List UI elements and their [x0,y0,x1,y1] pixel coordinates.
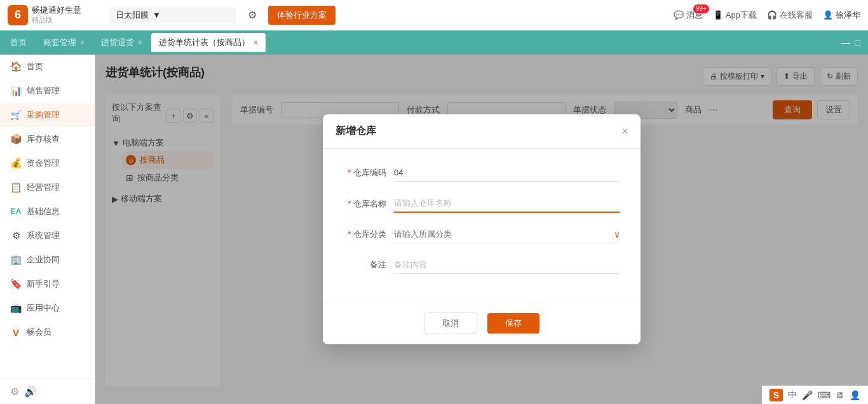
app-download-button[interactable]: 📱 App下载 [713,10,757,21]
trial-button[interactable]: 体验行业方案 [268,6,336,25]
tab-purchase-return-close-icon[interactable]: × [138,38,142,47]
modal-title: 新增仓库 [336,125,376,138]
tab-purchase-stats-label: 进货单统计表（按商品） [159,37,250,48]
purchase-icon: 🛒 [10,109,22,121]
tab-purchase-return[interactable]: 进货退货 × [93,33,150,52]
tab-account[interactable]: 账套管理 × [36,33,92,52]
tab-controls: — □ [841,37,865,48]
search-text: 日太阳膜 [116,10,149,21]
user-bottom-icon[interactable]: 👤 [850,390,860,400]
code-label: 仓库编码 [343,167,394,178]
sidebar-item-home-label: 首页 [27,61,43,72]
sidebar-item-enterprise-label: 企业协同 [27,254,60,266]
sidebar-item-guide-label: 新手引导 [27,278,60,290]
category-select-wrap: ∨ [394,226,620,243]
form-row-name: 仓库名称 [343,194,620,213]
modal-footer: 取消 保存 [323,302,641,344]
sidebar-item-sales[interactable]: 📊 销售管理 [0,79,95,103]
category-dropdown-icon[interactable]: ∨ [614,229,620,239]
modal-close-button[interactable]: × [622,126,628,137]
search-arrow-icon: ▼ [153,10,161,20]
sidebar-item-system-label: 系统管理 [27,230,60,241]
logo-area: 6 畅捷通好生意 精品版 [8,5,103,25]
save-button[interactable]: 保存 [487,313,539,333]
system-icon: ⚙ [10,230,22,241]
cancel-button[interactable]: 取消 [424,313,477,334]
logo-subtitle: 精品版 [32,15,81,25]
display-icon[interactable]: 🖥 [836,390,844,400]
sidebar-item-finance[interactable]: 💰 资金管理 [0,151,95,175]
tab-home-label: 首页 [10,37,27,48]
tab-account-label: 账套管理 [43,37,76,48]
message-badge: 99+ [693,4,709,13]
keyboard-icon[interactable]: ⌨ [818,390,831,400]
header-center: 日太阳膜 ▼ ⚙ 体验行业方案 [103,6,674,25]
tab-purchase-stats[interactable]: 进货单统计表（按商品） × [151,33,266,52]
name-input[interactable] [394,194,620,213]
sidebar-item-guide[interactable]: 🔖 新手引导 [0,272,95,296]
sidebar-item-app-center[interactable]: 📺 应用中心 [0,296,95,320]
sales-icon: 📊 [10,85,22,97]
tab-account-close-icon[interactable]: × [80,38,85,47]
message-icon: 💬 [674,10,684,20]
form-row-remark: 备注 [343,256,620,274]
logo-icon: 6 [8,5,28,25]
category-input[interactable] [394,226,614,243]
basic-icon: EA [10,207,22,216]
operation-icon: 📋 [10,182,22,193]
form-row-code: 仓库编码 [343,164,620,182]
service-button[interactable]: 🎧 在线客服 [767,10,813,21]
user-avatar-icon: 👤 [823,10,833,20]
inventory-icon: 📦 [10,133,22,145]
sidebar-item-member[interactable]: V 畅会员 [0,320,95,344]
form-row-category: 仓库分类 ∨ [343,226,620,243]
app-label: App下载 [726,10,757,21]
content-area: 进货单统计(按商品) 🖨 按模板打印 ▾ ⬆ 导出 ↻ 刷新 [95,55,868,404]
category-label: 仓库分类 [343,229,394,240]
gear-button[interactable]: ⚙ [243,6,262,25]
logo-title: 畅捷通好生意 [32,5,81,16]
sidebar-item-operation[interactable]: 📋 经营管理 [0,175,95,199]
sidebar-item-basic-label: 基础信息 [27,206,60,217]
volume-icon[interactable]: 🔊 [24,386,37,398]
bottom-logo: S [770,389,783,401]
enterprise-icon: 🏢 [10,254,22,266]
tab-purchase-return-label: 进货退货 [101,37,134,48]
sidebar-item-operation-label: 经营管理 [27,182,60,193]
service-label: 在线客服 [780,10,813,21]
sidebar-item-app-center-label: 应用中心 [27,302,60,314]
sidebar-item-home[interactable]: 🏠 首页 [0,55,95,79]
chinese-input-icon[interactable]: 中 [788,389,797,401]
finance-icon: 💰 [10,158,22,169]
sidebar-item-basic[interactable]: EA 基础信息 [0,199,95,224]
home-icon: 🏠 [10,61,22,72]
sidebar-item-sales-label: 销售管理 [27,85,60,97]
minimize-button[interactable]: — [841,37,850,48]
code-input[interactable] [394,164,620,182]
top-header: 6 畅捷通好生意 精品版 日太阳膜 ▼ ⚙ 体验行业方案 💬 消息 99+ 📱 … [0,0,868,30]
sidebar-item-member-label: 畅会员 [27,327,51,338]
gear-icon: ⚙ [248,9,257,21]
settings-bottom-icon[interactable]: ⚙ [10,386,19,398]
search-selector[interactable]: 日太阳膜 ▼ [109,7,236,24]
remark-input[interactable] [394,256,620,274]
bottom-status-bar: S 中 🎤 ⌨ 🖥 👤 [762,386,868,404]
sidebar-item-inventory[interactable]: 📦 库存核查 [0,127,95,151]
modal-body: 仓库编码 仓库名称 仓库分类 ∨ 备注 [323,149,641,302]
mic-icon[interactable]: 🎤 [802,390,813,400]
sidebar-item-system[interactable]: ⚙ 系统管理 [0,224,95,248]
guide-icon: 🔖 [10,278,22,290]
sidebar-item-enterprise[interactable]: 🏢 企业协同 [0,248,95,272]
maximize-button[interactable]: □ [855,37,860,48]
message-button[interactable]: 💬 消息 99+ [674,10,703,21]
user-name: 徐泽华 [836,10,860,21]
add-warehouse-modal: 新增仓库 × 仓库编码 仓库名称 仓库分类 [323,114,641,344]
tab-home[interactable]: 首页 [3,33,34,52]
tab-purchase-stats-close-icon[interactable]: × [254,38,258,47]
sidebar-item-purchase[interactable]: 🛒 采购管理 [0,103,95,127]
sidebar-bottom: ⚙ 🔊 [0,379,95,404]
user-menu[interactable]: 👤 徐泽华 [823,10,860,21]
main-layout: 🏠 首页 📊 销售管理 🛒 采购管理 📦 库存核查 💰 资金管理 📋 经营管理 … [0,55,868,404]
header-right: 💬 消息 99+ 📱 App下载 🎧 在线客服 👤 徐泽华 [674,10,860,21]
remark-label: 备注 [343,259,394,271]
